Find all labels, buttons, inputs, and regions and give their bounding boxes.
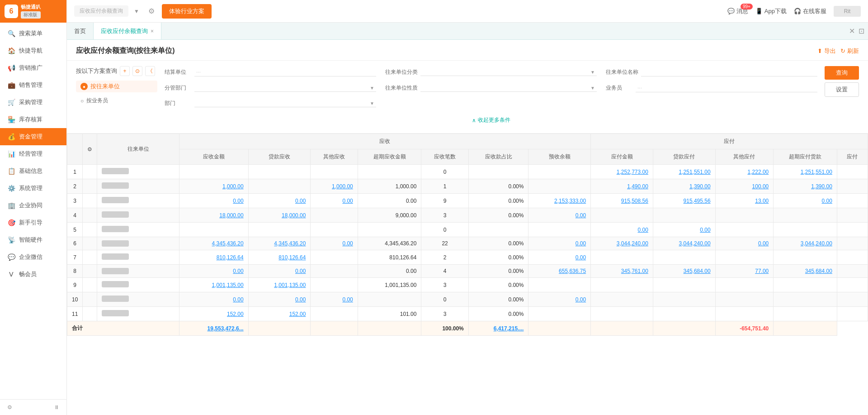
sidebar-item-marketing[interactable]: 📢 营销推广: [0, 59, 66, 76]
chevron-down-icon2: ▼: [370, 86, 374, 91]
pause-icon[interactable]: ⏸: [54, 404, 59, 410]
breadcrumb: 应收应付余额查询: [74, 5, 128, 17]
table-row: 10 0.000.000.0000.00%0.00: [67, 292, 868, 307]
partner-name-cell: [97, 165, 179, 179]
online-service-btn[interactable]: 🎧 在线客服: [794, 7, 826, 15]
th-overdue-receivable: 超期应收金额: [358, 149, 421, 165]
partner-name-cell: [97, 208, 179, 223]
refresh-icon: ↻: [840, 48, 845, 54]
page-content: 应收应付余额查询(按往来单位) ⬆ 导出 ↻ 刷新 按以下方案查询: [67, 40, 868, 415]
page-title: 应收应付余额查询(按往来单位): [76, 46, 175, 56]
basic-icon: 📋: [7, 167, 15, 175]
settings-button[interactable]: 设置: [825, 82, 859, 97]
scheme-salesperson[interactable]: ○ 按业务员: [76, 95, 157, 106]
chevron-down-icon3: ▼: [590, 86, 595, 91]
th-payable-group: 应付: [591, 134, 868, 149]
chevron-down-icon: ▼: [590, 70, 595, 75]
home-icon: 🏠: [7, 47, 15, 55]
logo-icon: 6: [5, 5, 18, 18]
filter-salesperson: 业务员 ···: [606, 82, 817, 94]
export-icon: ⬆: [817, 48, 822, 54]
partner-name-cell: P: [97, 265, 179, 278]
inventory-icon: 🏪: [7, 115, 15, 124]
table-row: 7 810,126.64810,126.64810,126.6420.00%0.…: [67, 250, 868, 265]
scheme-partner[interactable]: ● 按往来单位: [76, 81, 157, 92]
export-button[interactable]: ⬆ 导出: [817, 47, 836, 55]
department-select[interactable]: ▼: [194, 85, 376, 92]
table-row: 11 152.00152.00101.0030.00%: [67, 307, 868, 321]
sales-icon: 💼: [7, 81, 15, 89]
member-icon: Ⅴ: [7, 270, 15, 278]
partner-nature-select[interactable]: ▼: [420, 85, 597, 92]
logo-text: 畅捷通叭 标准版: [21, 4, 41, 18]
filter-partner-name: 往来单位名称: [606, 66, 817, 78]
sidebar-item-purchase[interactable]: 🛒 采购管理: [0, 94, 66, 111]
sidebar-item-hardware[interactable]: 📡 智能硬件: [0, 231, 66, 248]
sidebar-item-sales[interactable]: 💼 销售管理: [0, 76, 66, 94]
filter-area: 按以下方案查询 + ⊙ 《 ● 按往来单位 ○ 按业务员: [67, 61, 868, 134]
footer-receivable-amount[interactable]: 19,553,472,6...: [179, 321, 248, 336]
operations-icon: 📊: [7, 150, 15, 158]
partner-name-cell: [97, 278, 179, 292]
scheme-icon: ○: [80, 98, 84, 104]
refresh-button[interactable]: ↻ 刷新: [840, 47, 859, 55]
th-settings[interactable]: ⚙: [83, 134, 97, 165]
partner-name-input[interactable]: [641, 68, 817, 76]
sidebar-item-system[interactable]: ⚙️ 系统管理: [0, 180, 66, 197]
sidebar-item-search[interactable]: 🔍 搜索菜单: [0, 25, 66, 42]
sidebar-item-wechat[interactable]: 💬 企业微信: [0, 248, 66, 266]
user-avatar[interactable]: Rit: [834, 6, 861, 17]
tab-active[interactable]: 应收应付余额查询 ×: [94, 23, 161, 39]
salesperson-input[interactable]: ···: [636, 84, 817, 92]
maximize-icon[interactable]: ⊡: [859, 27, 864, 35]
sidebar-item-member[interactable]: Ⅴ 畅会员: [0, 266, 66, 283]
settings-icon[interactable]: ⚙: [7, 404, 12, 410]
settings-gear-icon[interactable]: ⚙: [145, 5, 158, 18]
sidebar-item-finance[interactable]: 💰 资金管理: [0, 128, 66, 145]
collapse-filter-btn[interactable]: ∧ 收起更多条件: [165, 113, 817, 128]
sidebar-item-enterprise[interactable]: 🏢 企业协同: [0, 197, 66, 214]
th-receivable-amount: 应收金额: [179, 149, 248, 165]
main-area: 应收应付余额查询 ▼ ⚙ 体验行业方案 💬 消息 99+ 📱 App下载 🎧 在…: [67, 0, 868, 415]
purchase-icon: 🛒: [7, 98, 15, 106]
sidebar-item-quicknav[interactable]: 🏠 快捷导航: [0, 42, 66, 59]
tab-close-btn[interactable]: ×: [151, 28, 154, 34]
sidebar-item-basic[interactable]: 📋 基础信息: [0, 162, 66, 180]
collapse-scheme-btn[interactable]: 《: [145, 66, 155, 76]
th-receivable-group: 应收: [179, 134, 590, 149]
partner-name-cell: [97, 250, 179, 265]
dept-select[interactable]: ▼: [194, 100, 376, 107]
table-footer: 合计 19,553,472,6... 100.00% 6,417,215....…: [67, 321, 868, 336]
close-window-icon[interactable]: ✕: [849, 27, 855, 35]
filter-department: 分管部门 ▼: [165, 82, 376, 94]
app-download-btn[interactable]: 📱 App下载: [755, 7, 787, 15]
edit-scheme-btn[interactable]: ⊙: [132, 66, 142, 76]
sidebar-item-operations[interactable]: 📊 经营管理: [0, 145, 66, 162]
tab-home[interactable]: 首页: [67, 23, 94, 39]
sidebar-logo: 6 畅捷通叭 标准版: [0, 0, 66, 23]
partner-name-cell: [97, 307, 179, 321]
messages-badge[interactable]: 💬 消息 99+: [727, 7, 748, 15]
add-scheme-btn[interactable]: +: [120, 66, 130, 76]
filter-fields-panel: 结算单位 ··· 往来单位分类 ▼: [165, 66, 817, 128]
table-row: 9 1,001,135.001,001,135.001,001,135.0030…: [67, 278, 868, 292]
partner-name-cell: [97, 194, 179, 208]
footer-label: 合计: [67, 321, 179, 336]
th-other-payable: 其他应付: [715, 149, 774, 165]
enterprise-icon: 🏢: [7, 201, 15, 210]
dropdown-arrow-icon[interactable]: ▼: [132, 7, 141, 16]
footer-advance-balance[interactable]: 6,417,215....: [468, 321, 528, 336]
guide-icon: 🎯: [7, 219, 15, 227]
wechat-icon: 💬: [7, 253, 15, 261]
table-row: 8P0.000.000.0040.00%655,636.75345,761.00…: [67, 265, 868, 278]
partner-category-select[interactable]: ▼: [420, 69, 597, 76]
system-icon: ⚙️: [7, 184, 15, 192]
settlement-unit-input[interactable]: ···: [194, 68, 376, 76]
sidebar-item-guide[interactable]: 🎯 新手引导: [0, 214, 66, 231]
data-table: ⚙ 往来单位 应收 应付 应收金额 贷款应收 其他应收 超期应收金额 应收笔数 …: [67, 134, 868, 336]
sidebar: 6 畅捷通叭 标准版 🔍 搜索菜单 🏠 快捷导航 📢 营销推广 💼 销售管理 🛒…: [0, 0, 67, 415]
solution-button[interactable]: 体验行业方案: [162, 4, 212, 19]
sidebar-item-inventory[interactable]: 🏪 库存核算: [0, 111, 66, 128]
query-button[interactable]: 查询: [825, 66, 859, 80]
partner-name-cell: [97, 223, 179, 237]
